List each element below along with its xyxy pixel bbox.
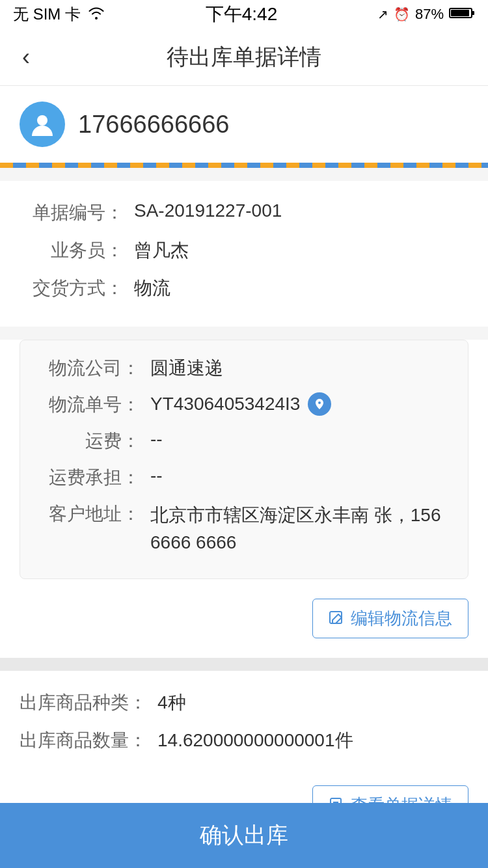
logistics-card: 物流公司： 圆通速递 物流单号： YT43064053424I3 运费： -- …: [20, 340, 468, 579]
address-row: 客户地址： 北京市市辖区海淀区永丰南 张，156 6666 6666: [36, 502, 452, 556]
battery-icon: [449, 5, 475, 23]
order-no-label: 单据编号：: [20, 200, 124, 225]
logistics-company-label: 物流公司：: [36, 356, 140, 381]
delivery-label: 交货方式：: [20, 276, 124, 301]
goods-quantity-value: 14.620000000000001件: [157, 728, 468, 753]
svg-point-3: [37, 115, 47, 126]
status-right: ↗ ⏰ 87%: [377, 5, 475, 23]
goods-section: 出库商品种类： 4种 出库商品数量： 14.620000000000001件: [0, 671, 488, 779]
battery-text: 87%: [415, 6, 444, 23]
wifi-icon: [87, 5, 105, 23]
edit-logistics-button[interactable]: 编辑物流信息: [312, 599, 468, 638]
freight-bearer-value: --: [150, 465, 452, 486]
salesman-value: 曾凡杰: [134, 238, 468, 263]
status-bar: 无 SIM 卡 下午4:42 ↗ ⏰ 87%: [0, 0, 488, 29]
address-value: 北京市市辖区海淀区永丰南 张，156 6666 6666: [150, 502, 452, 556]
edit-icon: [329, 610, 346, 627]
logistics-company-value: 圆通速递: [150, 356, 452, 381]
page-title: 待出库单据详情: [167, 42, 321, 72]
logistics-tracking-label: 物流单号：: [36, 392, 140, 417]
avatar-icon: [28, 110, 57, 139]
salesman-label: 业务员：: [20, 238, 124, 263]
carrier-text: 无 SIM 卡: [13, 4, 81, 25]
delivery-value: 物流: [134, 276, 468, 301]
freight-bearer-label: 运费承担：: [36, 465, 140, 490]
status-time: 下午4:42: [206, 2, 278, 27]
order-info-section: 单据编号： SA-20191227-001 业务员： 曾凡杰 交货方式： 物流: [0, 181, 488, 327]
freight-value: --: [150, 429, 452, 450]
location-indicator: ↗: [377, 7, 388, 22]
logistics-company-row: 物流公司： 圆通速递: [36, 356, 452, 381]
goods-quantity-label: 出库商品数量：: [20, 728, 147, 753]
salesman-row: 业务员： 曾凡杰: [20, 238, 468, 263]
section-separator: [0, 658, 488, 671]
user-avatar: [20, 102, 65, 147]
status-left: 无 SIM 卡: [13, 4, 105, 25]
goods-quantity-row: 出库商品数量： 14.620000000000001件: [20, 728, 468, 753]
freight-label: 运费：: [36, 429, 140, 454]
svg-rect-1: [472, 11, 474, 15]
confirm-btn-bar[interactable]: 确认出库: [0, 803, 488, 868]
goods-types-value: 4种: [157, 690, 468, 715]
delivery-row: 交货方式： 物流: [20, 276, 468, 301]
goods-types-row: 出库商品种类： 4种: [20, 690, 468, 715]
tracking-location-icon[interactable]: [308, 392, 331, 416]
user-phone: 17666666666: [78, 111, 229, 139]
edit-logistics-label: 编辑物流信息: [351, 607, 452, 630]
address-label: 客户地址：: [36, 502, 140, 526]
user-header: 17666666666: [0, 86, 488, 163]
dashed-divider: [0, 163, 488, 168]
svg-rect-2: [451, 10, 469, 16]
order-no-value: SA-20191227-001: [134, 200, 468, 221]
back-button[interactable]: ‹: [16, 37, 36, 77]
nav-bar: ‹ 待出库单据详情: [0, 29, 488, 86]
order-no-row: 单据编号： SA-20191227-001: [20, 200, 468, 225]
goods-types-label: 出库商品种类：: [20, 690, 147, 715]
logistics-tracking-row: 物流单号： YT43064053424I3: [36, 392, 452, 417]
freight-row: 运费： --: [36, 429, 452, 454]
freight-bearer-row: 运费承担： --: [36, 465, 452, 490]
logistics-tracking-value: YT43064053424I3: [150, 392, 452, 416]
edit-btn-row: 编辑物流信息: [0, 592, 488, 651]
confirm-btn-text: 确认出库: [200, 821, 288, 850]
tracking-number: YT43064053424I3: [150, 394, 300, 414]
alarm-icon: ⏰: [394, 7, 410, 22]
